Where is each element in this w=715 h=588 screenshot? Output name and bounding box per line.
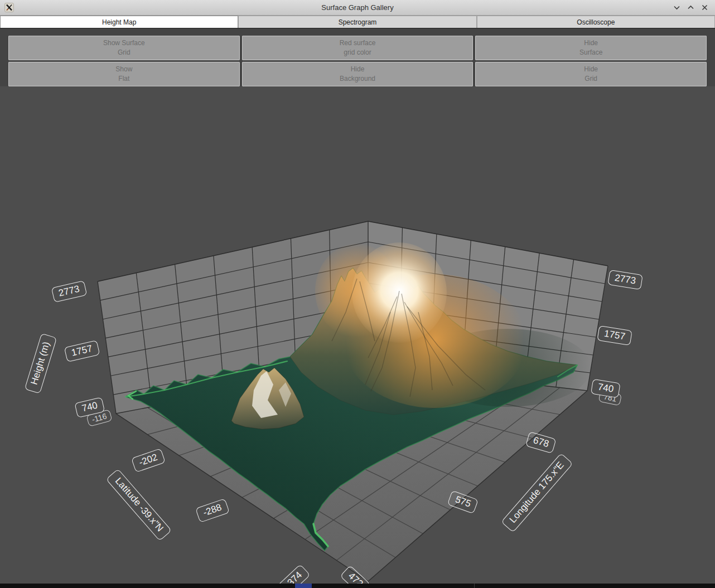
button-label: Show	[115, 65, 132, 74]
titlebar: Surface Graph Gallery	[0, 0, 715, 16]
surface-plot-3d-view[interactable]: 2773 1757 -116 740 Height (m) 2773 1757 …	[0, 0, 715, 588]
x11-logo-icon	[6, 4, 13, 11]
window-controls	[672, 3, 715, 12]
hide-surface-button[interactable]: Hide Surface	[475, 36, 707, 60]
button-label: Background	[340, 74, 375, 84]
app-menu-button[interactable]	[4, 3, 14, 12]
desktop-taskbar	[0, 584, 715, 588]
button-label: Surface	[579, 48, 602, 57]
show-flat-button[interactable]: Show Flat	[8, 62, 240, 86]
close-button[interactable]	[700, 3, 709, 12]
button-label: Show Surface	[103, 38, 145, 48]
button-label: Hide	[584, 65, 598, 74]
hide-background-button[interactable]: Hide Background	[242, 62, 474, 86]
button-label: grid color	[344, 48, 371, 57]
tab-height-map[interactable]: Height Map	[0, 16, 238, 28]
chevron-up-icon	[687, 4, 694, 11]
surface-plot-canvas	[0, 0, 715, 588]
window-title: Surface Graph Gallery	[0, 3, 715, 12]
surface-controls-toolbar: Show Surface Grid Red surface grid color…	[0, 28, 715, 86]
tab-oscilloscope[interactable]: Oscilloscope	[477, 16, 715, 28]
hide-grid-button[interactable]: Hide Grid	[475, 62, 707, 86]
tab-spectrogram[interactable]: Spectrogram	[238, 16, 476, 28]
button-label: Grid	[584, 74, 597, 84]
taskbar-item[interactable]	[295, 584, 312, 588]
button-label: Hide	[351, 65, 365, 74]
red-surface-grid-color-button[interactable]: Red surface grid color	[242, 36, 474, 60]
tab-bar: Height Map Spectrogram Oscilloscope	[0, 16, 715, 28]
taskbar-separator	[474, 584, 475, 588]
button-label: Red surface	[340, 38, 376, 48]
show-surface-grid-button[interactable]: Show Surface Grid	[8, 36, 240, 60]
maximize-button[interactable]	[686, 3, 695, 12]
button-label: Flat	[118, 74, 129, 84]
chevron-down-icon	[673, 4, 680, 11]
button-label: Hide	[584, 38, 598, 48]
close-icon	[701, 4, 708, 11]
shade-button[interactable]	[672, 3, 682, 12]
button-label: Grid	[118, 48, 131, 57]
